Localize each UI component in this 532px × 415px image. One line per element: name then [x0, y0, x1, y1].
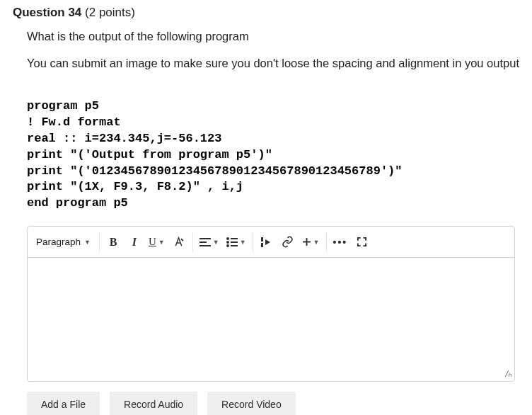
code-line: program p5 [27, 99, 99, 113]
text-color-button[interactable] [168, 231, 190, 254]
bold-icon: B [110, 236, 117, 249]
fullscreen-icon [357, 237, 367, 247]
code-line: end program p5 [27, 196, 128, 210]
svg-marker-11 [265, 239, 270, 245]
question-points: (2 points) [85, 6, 135, 19]
code-line: real :: i=234.345,j=-56.123 [27, 132, 221, 145]
insert-link-button[interactable] [277, 231, 299, 254]
chevron-down-icon: ▼ [240, 239, 246, 246]
editor-content-area[interactable]: /ₕ [28, 258, 514, 381]
insert-plus-button[interactable]: ▼ [299, 231, 323, 254]
chevron-down-icon: ▼ [84, 239, 91, 246]
paragraph-format-select[interactable]: Paragraph ▼ [30, 237, 96, 247]
resize-grip-icon[interactable]: /ₕ [505, 368, 511, 379]
align-icon [200, 237, 211, 247]
list-button[interactable]: ▼ [223, 231, 250, 254]
chevron-down-icon: ▼ [158, 239, 165, 246]
fullscreen-button[interactable] [351, 231, 372, 254]
svg-rect-9 [261, 237, 263, 241]
plus-icon [302, 237, 311, 246]
chevron-down-icon: ▼ [213, 239, 219, 246]
svg-point-3 [227, 238, 229, 239]
code-line: print "('0123456789012345678901234567890… [27, 164, 403, 178]
separator [253, 232, 253, 252]
separator [326, 232, 327, 252]
list-icon [226, 237, 238, 247]
editor-toolbar: Paragraph ▼ B I U ▼ [28, 227, 514, 258]
more-button[interactable]: ••• [330, 231, 352, 254]
svg-point-5 [227, 241, 229, 243]
bold-button[interactable]: B [103, 231, 124, 254]
add-file-button[interactable]: Add a File [27, 392, 100, 415]
underline-icon: U [149, 236, 156, 248]
italic-button[interactable]: I [124, 231, 145, 254]
code-line: print "('Output from program p5')" [27, 148, 272, 161]
underline-button[interactable]: U ▼ [145, 231, 168, 254]
svg-point-7 [227, 245, 229, 246]
question-prompt: What is the output of the following prog… [27, 28, 519, 45]
rich-text-editor: Paragraph ▼ B I U ▼ [27, 226, 515, 382]
question-label: Question [13, 6, 65, 19]
code-line: print "(1X, F9.3, F8.2)" , i,j [27, 180, 243, 193]
action-row: Add a File Record Audio Record Video [27, 392, 519, 415]
question-number: 34 [68, 6, 81, 19]
separator [99, 232, 100, 252]
record-video-button[interactable]: Record Video [207, 392, 296, 415]
align-button[interactable]: ▼ [196, 231, 223, 254]
code-line: ! Fw.d format [27, 115, 121, 129]
svg-rect-10 [261, 243, 263, 247]
record-audio-button[interactable]: Record Audio [110, 392, 197, 415]
code-block: program p5 ! Fw.d format real :: i=234.3… [27, 82, 519, 212]
insert-stuff-button[interactable] [256, 231, 277, 254]
paragraph-format-label: Paragraph [36, 237, 81, 247]
more-icon: ••• [333, 237, 348, 248]
italic-icon: I [132, 236, 137, 249]
separator [192, 232, 193, 252]
insert-stuff-icon [261, 237, 272, 247]
text-color-icon [173, 236, 185, 248]
question-subtext: You can submit an image to make sure you… [27, 55, 519, 72]
question-header: Question 34 (2 points) [13, 6, 519, 20]
link-icon [282, 236, 294, 248]
chevron-down-icon: ▼ [313, 239, 320, 246]
